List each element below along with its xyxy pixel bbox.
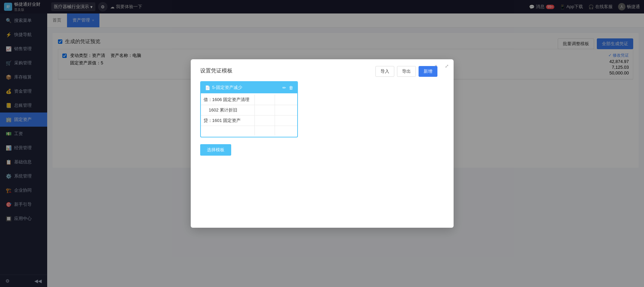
template-row-2-credit <box>275 105 295 115</box>
template-card-header: 📄 5-固定资产减少 ✏ 🗑 <box>201 82 297 93</box>
content-area: 首页 资产管理 × 生成的凭证预览 <box>47 13 644 287</box>
template-row-empty <box>201 126 297 135</box>
dialog-toolbar: 导入 导出 新增 <box>375 66 437 77</box>
template-row-empty-2 <box>255 126 275 135</box>
template-row-1: 借：1606 固定资产清理 <box>201 95 297 105</box>
template-row-2-debit <box>255 105 275 115</box>
dialog-title: 设置凭证模板 <box>200 67 233 74</box>
window-expand-btn[interactable]: ⤢ <box>443 62 451 70</box>
template-edit-icon[interactable]: ✏ <box>282 85 286 90</box>
template-row-3-account: 贷：1601 固定资产 <box>201 116 255 126</box>
dialog-overlay: × ⤢ 设置凭证模板 导入 导出 新增 <box>47 28 644 287</box>
template-header-right: ✏ 🗑 <box>282 85 293 90</box>
import-btn[interactable]: 导入 <box>375 66 394 77</box>
template-card-body: 借：1606 固定资产清理 1602 累计折旧 <box>201 93 297 137</box>
template-row-1-credit <box>275 95 295 105</box>
template-row-3: 贷：1601 固定资产 <box>201 116 297 126</box>
template-file-icon: 📄 <box>205 85 210 90</box>
template-card: 📄 5-固定资产减少 ✏ 🗑 <box>200 81 298 137</box>
choose-template-btn[interactable]: 选择模板 <box>200 144 231 156</box>
dialog: × ⤢ 设置凭证模板 导入 导出 新增 <box>191 59 454 228</box>
main-layout: 🔍 搜索菜单 ⚡ 快捷导航 📈 销售管理 🛒 采购管理 📦 库存核算 <box>0 13 644 287</box>
template-delete-icon[interactable]: 🗑 <box>289 85 293 90</box>
template-row-empty-1 <box>201 126 255 135</box>
template-row-2: 1602 累计折旧 <box>201 105 297 116</box>
new-btn[interactable]: 新增 <box>419 66 437 77</box>
choose-template-container: 选择模板 <box>200 144 444 156</box>
template-row-empty-3 <box>275 126 295 135</box>
template-header-left: 📄 5-固定资产减少 <box>205 85 243 91</box>
page-content: 生成的凭证预览 批量调整模板 全部生成凭证 <box>47 28 644 287</box>
template-row-3-debit <box>255 116 275 126</box>
template-name: 5-固定资产减少 <box>212 85 243 91</box>
template-row-2-account: 1602 累计折旧 <box>201 105 255 115</box>
template-row-1-debit <box>255 95 275 105</box>
template-row-3-credit <box>275 116 295 126</box>
export-btn[interactable]: 导出 <box>397 66 416 77</box>
template-row-1-account: 借：1606 固定资产清理 <box>201 95 255 105</box>
